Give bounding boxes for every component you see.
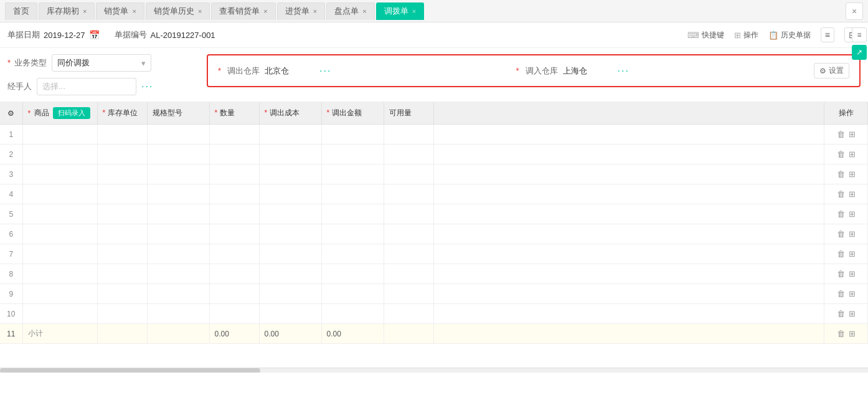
copy-icon[interactable]: ⊞ [849, 209, 856, 219]
business-type-required: * [7, 58, 11, 67]
history-icon: 📋 [768, 31, 778, 40]
copy-icon[interactable]: ⊞ [849, 309, 856, 318]
delete-icon[interactable]: 🗑 [837, 169, 845, 179]
row-num: 4 [0, 184, 22, 204]
tab-inventory-init-close[interactable]: × [83, 7, 87, 15]
gear-setting-button[interactable]: ⚙ 设置 [814, 63, 849, 79]
delete-icon[interactable]: 🗑 [837, 329, 845, 338]
delete-icon[interactable]: 🗑 [837, 229, 845, 239]
horizontal-scrollbar[interactable] [0, 368, 868, 373]
cell-cost [259, 184, 321, 204]
cell-amount [321, 224, 384, 244]
copy-icon[interactable]: ⊞ [849, 289, 856, 298]
cell-qty [209, 184, 259, 204]
person-select[interactable]: 选择... [37, 78, 136, 95]
out-warehouse-more-button[interactable]: ··· [319, 65, 331, 77]
history-action[interactable]: 📋 历史单据 [768, 30, 811, 40]
th-qty-label: 数量 [220, 108, 235, 117]
cell-product[interactable] [22, 184, 97, 204]
copy-icon[interactable]: ⊞ [849, 150, 856, 159]
cell-available [384, 184, 433, 204]
delete-icon[interactable]: 🗑 [837, 249, 845, 259]
cell-product[interactable] [22, 284, 97, 304]
tab-sales-history[interactable]: 销货单历史 × [146, 2, 210, 20]
cell-operation: 🗑 ⊞ [824, 304, 868, 324]
header-actions: ⌨ 快捷键 ⊞ 操作 📋 历史单据 ≡ ⊞ [687, 27, 861, 42]
sidebar-expand-button[interactable]: ↗ [852, 45, 867, 60]
delete-icon[interactable]: 🗑 [837, 309, 845, 318]
delete-icon[interactable]: 🗑 [837, 150, 845, 159]
subtotal-qty: 0.00 [209, 324, 259, 344]
tab-inventory-check-label: 盘点单 [334, 6, 359, 17]
cell-product[interactable] [22, 145, 97, 164]
delete-icon[interactable]: 🗑 [837, 130, 845, 139]
delete-icon[interactable]: 🗑 [837, 289, 845, 298]
copy-icon[interactable]: ⊞ [849, 169, 856, 179]
tab-view-sales-close[interactable]: × [263, 7, 267, 15]
cell-available [384, 304, 433, 324]
tab-home[interactable]: 首页 [5, 2, 37, 20]
copy-icon[interactable]: ⊞ [849, 229, 856, 239]
cell-amount [321, 125, 384, 145]
cell-qty [209, 304, 259, 324]
cell-product[interactable] [22, 125, 97, 145]
tab-view-sales[interactable]: 查看销货单 × [211, 2, 275, 20]
tab-purchase[interactable]: 进货单 × [277, 2, 325, 20]
copy-icon[interactable]: ⊞ [849, 130, 856, 139]
cell-spec [147, 164, 209, 184]
table-row: 5 🗑 ⊞ [0, 204, 868, 224]
subtotal-amount: 0.00 [321, 324, 384, 344]
delete-icon[interactable]: 🗑 [837, 189, 845, 199]
cell-amount [321, 284, 384, 304]
cell-product[interactable] [22, 244, 97, 264]
row-num: 3 [0, 164, 22, 184]
in-warehouse-more-button[interactable]: ··· [618, 65, 630, 77]
tab-sales-history-close[interactable]: × [198, 7, 202, 15]
copy-icon[interactable]: ⊞ [849, 269, 856, 278]
tab-inventory-init[interactable]: 库存期初 × [39, 2, 95, 20]
cell-amount [321, 145, 384, 164]
copy-icon[interactable]: ⊞ [849, 249, 856, 259]
th-cost-label: 调出成本 [270, 108, 300, 117]
shortcuts-action[interactable]: ⌨ 快捷键 [687, 30, 724, 40]
person-more-button[interactable]: ··· [141, 81, 153, 92]
out-warehouse-value: 北京仓 [265, 65, 314, 77]
cell-product[interactable] [22, 224, 97, 244]
tab-inventory-check-close[interactable]: × [362, 7, 366, 15]
tab-inventory-check[interactable]: 盘点单 × [326, 2, 374, 20]
tab-transfer-close[interactable]: × [412, 7, 416, 15]
tab-sales-order[interactable]: 销货单 × [96, 2, 144, 20]
window-close-button[interactable]: × [846, 2, 863, 20]
tab-sales-order-close[interactable]: × [132, 7, 136, 15]
th-operation: 操作 [824, 102, 868, 125]
cell-product[interactable] [22, 264, 97, 284]
copy-icon[interactable]: ⊞ [849, 329, 856, 338]
calendar-icon[interactable]: 📅 [89, 30, 100, 40]
cell-qty [209, 244, 259, 264]
business-type-select[interactable]: 同价调拨 ▾ [52, 54, 151, 72]
cell-product[interactable] [22, 204, 97, 224]
layout-button[interactable]: ≡ [821, 27, 834, 42]
th-product: * 商品 扫码录入 [22, 102, 97, 125]
sidebar-list-button[interactable]: ≡ [852, 27, 867, 42]
th-gear[interactable]: ⚙ [0, 102, 22, 125]
cell-spacer [433, 244, 824, 264]
copy-icon[interactable]: ⊞ [849, 189, 856, 199]
cell-cost [259, 284, 321, 304]
cell-product[interactable] [22, 304, 97, 324]
main-table: ⚙ * 商品 扫码录入 * 库存单位 [0, 102, 868, 344]
delete-icon[interactable]: 🗑 [837, 269, 845, 278]
delete-icon[interactable]: 🗑 [837, 209, 845, 219]
subtotal-op: 🗑 ⊞ [824, 324, 868, 344]
cell-cost [259, 264, 321, 284]
th-product-label: 商品 [34, 108, 49, 118]
cell-operation: 🗑 ⊞ [824, 164, 868, 184]
row-num: 5 [0, 204, 22, 224]
tab-purchase-close[interactable]: × [313, 7, 317, 15]
operations-label: 操作 [743, 30, 758, 40]
tab-transfer[interactable]: 调拨单 × [376, 2, 424, 20]
scan-button[interactable]: 扫码录入 [53, 107, 90, 119]
cell-operation: 🗑 ⊞ [824, 284, 868, 304]
operations-action[interactable]: ⊞ 操作 [734, 30, 758, 40]
cell-product[interactable] [22, 164, 97, 184]
